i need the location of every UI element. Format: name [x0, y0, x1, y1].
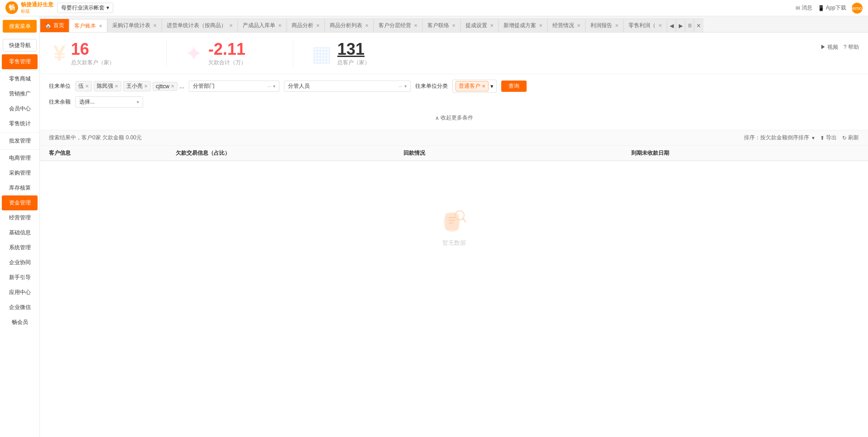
- tab-nav-prev[interactable]: ◀: [667, 19, 676, 32]
- sidebar-item-system[interactable]: 系统管理: [0, 240, 39, 255]
- sort-select[interactable]: 排序：按欠款金额倒序排序 ▾: [744, 134, 815, 142]
- sidebar-item-member[interactable]: 会员中心: [0, 101, 39, 116]
- empty-illustration: [436, 197, 472, 233]
- department-select[interactable]: 分管部门 ··· ▾: [189, 81, 279, 92]
- video-help-area: ▶ 视频 ? 帮助: [820, 40, 859, 51]
- tag-chen-close[interactable]: ✕: [115, 84, 118, 89]
- stat2-value: -2.11: [208, 40, 246, 59]
- tab-commission-settings[interactable]: 提成设置 ✕: [460, 19, 499, 32]
- table-header: 客户信息 欠款交易信息（占比） 回款情况 到期未收款日期: [40, 146, 868, 161]
- tab-customer-ledger[interactable]: 客户账本 ✕: [69, 19, 107, 33]
- company-tags: 伍 ✕ 陈民强 ✕ 王小亮 ✕ cjttcw ✕: [75, 81, 184, 91]
- sidebar-item-wholesale[interactable]: 批发管理: [0, 133, 39, 148]
- staff-arrow-icon: ▾: [404, 84, 407, 89]
- tab-profit-label: 利润报告: [590, 22, 612, 29]
- category-tag-close[interactable]: ✕: [482, 84, 485, 89]
- stat-total-customers: ▦ 131 总客户（家）: [293, 40, 411, 66]
- main-layout: 搜索菜单 快捷导航 零售管理 零售商城 营销推广 会员中心 零售统计 批发管理 …: [0, 16, 868, 437]
- tab-retail-profit[interactable]: 零售利润（ ✕: [623, 19, 667, 32]
- tag-cjttcw-close[interactable]: ✕: [171, 84, 174, 89]
- tab-close-icon-5[interactable]: ✕: [316, 23, 320, 28]
- tab-close-icon-11[interactable]: ✕: [577, 23, 580, 28]
- sidebar-item-inventory[interactable]: 库存核算: [0, 180, 39, 195]
- sidebar-item-finance[interactable]: 资金管理: [2, 195, 38, 210]
- staff-separator: ···: [398, 84, 403, 89]
- logo-text: 畅捷通好生意: [21, 1, 53, 8]
- export-btn[interactable]: ⬆ 导出: [820, 134, 837, 142]
- category-filter-label: 往来单位分类: [415, 82, 448, 90]
- tab-close-icon-10[interactable]: ✕: [539, 23, 542, 28]
- message-btn[interactable]: ✉ 消息: [796, 4, 812, 12]
- tab-product-analysis-list[interactable]: 商品分析列表 ✕: [325, 19, 374, 32]
- svg-rect-1: [445, 213, 459, 230]
- sidebar-item-operations[interactable]: 经营管理: [0, 210, 39, 225]
- tab-purchase-order-stats[interactable]: 采购订单统计表 ✕: [107, 19, 162, 32]
- sidebar-divider-1: [0, 70, 39, 71]
- staff-select[interactable]: 分管人员 ··· ▾: [284, 81, 411, 92]
- stat2-content: -2.11 欠款合计（万）: [208, 40, 246, 66]
- tab-close-icon-4[interactable]: ✕: [278, 23, 282, 28]
- tab-profit-report[interactable]: 利润报告 ✕: [585, 19, 623, 32]
- sidebar-item-retail[interactable]: 零售管理: [2, 54, 38, 69]
- collapse-button[interactable]: ∧ 收起更多条件: [431, 114, 478, 122]
- tab-close-icon-9[interactable]: ✕: [490, 23, 494, 28]
- tab-business-status[interactable]: 经营情况 ✕: [547, 19, 585, 32]
- avatar[interactable]: demo2: [852, 3, 863, 14]
- tag-wu: 伍 ✕: [75, 81, 92, 91]
- tab-close-icon-13[interactable]: ✕: [658, 23, 662, 28]
- tab-close-icon[interactable]: ✕: [99, 24, 102, 28]
- sidebar-item-guide[interactable]: 新手引导: [0, 270, 39, 285]
- balance-placeholder: 选择...: [79, 98, 95, 106]
- app-download-btn[interactable]: 📱 App下载: [818, 4, 846, 12]
- tag-chen: 陈民强 ✕: [94, 81, 121, 91]
- tab-customer-layer[interactable]: 客户分层经营 ✕: [374, 19, 422, 32]
- sidebar-item-retail-stats[interactable]: 零售统计: [0, 116, 39, 131]
- balance-select[interactable]: 选择... ▾: [75, 96, 143, 108]
- stat3-value: 131: [337, 40, 370, 59]
- video-btn[interactable]: ▶ 视频: [820, 43, 838, 51]
- search-menu-button[interactable]: 搜索菜单: [3, 20, 37, 33]
- sidebar-item-basics[interactable]: 基础信息: [0, 225, 39, 240]
- tab-close-all[interactable]: ✕: [694, 19, 703, 32]
- search-actions: 排序：按欠款金额倒序排序 ▾ ⬆ 导出 ↻ 刷新: [744, 134, 859, 142]
- tab-nav-list[interactable]: ☰: [685, 19, 694, 32]
- query-button[interactable]: 查询: [501, 81, 527, 92]
- tab-close-icon-12[interactable]: ✕: [615, 23, 619, 28]
- tab-close-icon-3[interactable]: ✕: [229, 23, 233, 28]
- sidebar-item-ecommerce[interactable]: 电商管理: [0, 151, 39, 166]
- sidebar-item-retail-mall[interactable]: 零售商城: [0, 71, 39, 86]
- logo-text-block: 畅捷通好生意 标版: [21, 1, 53, 14]
- sidebar-item-enterprise[interactable]: 企业协同: [0, 255, 39, 270]
- help-btn[interactable]: ? 帮助: [844, 43, 859, 51]
- tag-wu-close[interactable]: ✕: [85, 84, 89, 89]
- store-selector[interactable]: 母婴行业演示帐套 ▾: [57, 3, 113, 13]
- sidebar-item-changhui[interactable]: 畅会员: [0, 315, 39, 330]
- quick-nav-button[interactable]: 快捷导航: [3, 39, 37, 52]
- more-tags-btn[interactable]: ...: [179, 83, 184, 90]
- tab-product-inbound-label: 产成品入库单: [243, 22, 275, 29]
- tab-customer-layer-label: 客户分层经营: [379, 22, 411, 29]
- tag-wang-close[interactable]: ✕: [144, 84, 148, 89]
- sidebar-item-marketing[interactable]: 营销推广: [0, 86, 39, 101]
- tab-close-icon-8[interactable]: ✕: [452, 23, 456, 28]
- refresh-btn[interactable]: ↻ 刷新: [842, 134, 859, 142]
- tab-close-icon-2[interactable]: ✕: [153, 23, 157, 28]
- tab-close-icon-7[interactable]: ✕: [414, 23, 417, 28]
- tab-home[interactable]: 🏠 首页: [40, 19, 69, 32]
- export-label: 导出: [826, 134, 837, 142]
- tag-wang-text: 王小亮: [126, 82, 143, 90]
- tab-inbound-stats[interactable]: 进货单统计表（按商品） ✕: [162, 19, 238, 32]
- tab-business-label: 经营情况: [552, 22, 574, 29]
- tab-product-inbound[interactable]: 产成品入库单 ✕: [238, 19, 287, 32]
- tab-inbound-label: 进货单统计表（按商品）: [167, 22, 226, 29]
- category-select[interactable]: 普通客户 ✕ ▾: [452, 80, 497, 93]
- tab-new-commission[interactable]: 新增提成方案 ✕: [499, 19, 547, 32]
- sidebar-item-appcenter[interactable]: 应用中心: [0, 285, 39, 300]
- tab-nav-next[interactable]: ▶: [676, 19, 685, 32]
- tab-close-icon-6[interactable]: ✕: [365, 23, 369, 28]
- sidebar-item-weixin[interactable]: 企业微信: [0, 300, 39, 315]
- sidebar-item-purchase[interactable]: 采购管理: [0, 166, 39, 180]
- tab-product-analysis[interactable]: 商品分析 ✕: [287, 19, 325, 32]
- tab-customer-contact[interactable]: 客户联络 ✕: [422, 19, 460, 32]
- stats-row: ¥ 16 总欠款客户（家） ✦ -2.11 欠款合计（万） ▦: [40, 33, 868, 74]
